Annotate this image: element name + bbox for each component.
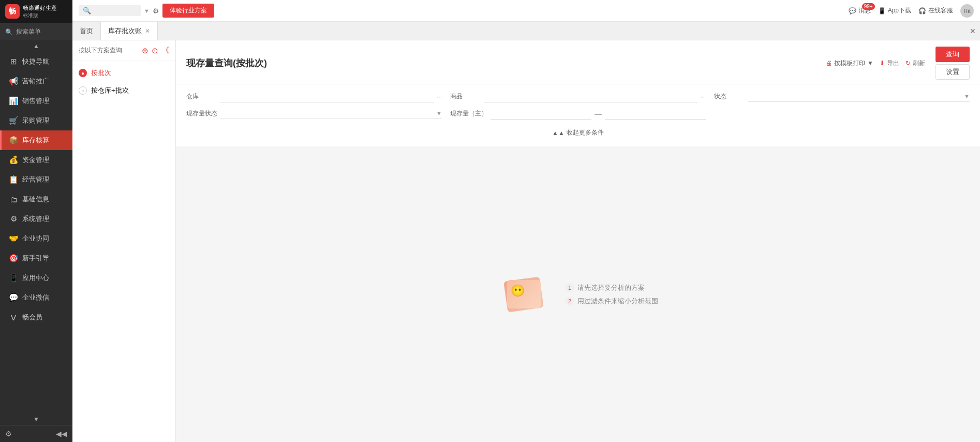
stock-qty-separator: — — [595, 110, 602, 118]
app-name: 畅康通好生意 — [23, 4, 57, 11]
refresh-label: 刷新 — [913, 59, 925, 68]
topbar-search-area[interactable]: 🔍 — [79, 5, 141, 16]
sidebar-item-member[interactable]: V 畅会员 — [0, 307, 72, 327]
sidebar-item-label: 基础信息 — [22, 195, 49, 204]
tab-home[interactable]: 首页 — [72, 22, 101, 40]
stock-qty-label: 现存量（主） — [450, 109, 487, 118]
stock-qty-max[interactable] — [605, 108, 706, 120]
collapse-filters-btn[interactable]: ▲▲ 收起更多条件 — [186, 125, 970, 140]
topbar-search-input[interactable] — [93, 7, 135, 14]
sidebar-item-system[interactable]: ⚙ 系统管理 — [0, 209, 72, 229]
print-btn[interactable]: 🖨 按模板打印 ▼ — [826, 59, 873, 68]
stock-status-dropdown-icon: ▼ — [436, 110, 442, 116]
sidebar-item-label: 快捷导航 — [22, 57, 49, 66]
settings-button[interactable]: 设置 — [936, 64, 970, 80]
system-icon: ⚙ — [9, 214, 18, 224]
operation-icon: 📋 — [9, 175, 18, 184]
sidebar-search[interactable]: 🔍 搜索菜单 — [0, 23, 72, 40]
trial-btn[interactable]: 体验行业方案 — [162, 4, 214, 18]
user-name: Rit — [963, 8, 970, 14]
filter-product: 商品 ··· — [450, 91, 706, 102]
plan-item-batch[interactable]: ● 按批次 — [72, 64, 175, 82]
tip-text-1: 请先选择要分析的方案 — [577, 283, 645, 292]
online-service-label: 在线客服 — [928, 6, 953, 15]
sidebar-item-label: 经营管理 — [22, 175, 49, 184]
sidebar-nav: ⊞ 快捷导航 📢 营销推广 📊 销售管理 🛒 采购管理 📦 库存核算 💰 资金管… — [0, 52, 72, 414]
product-input[interactable] — [484, 91, 697, 102]
newuser-icon: 🎯 — [9, 254, 18, 263]
tab-batch-close-icon[interactable]: ✕ — [145, 27, 150, 35]
stock-qty-min[interactable] — [491, 108, 591, 120]
topbar: 🔍 ▼ ⚙ 体验行业方案 💬 消息 99+ 📱 App下载 🎧 在线客服 — [72, 0, 980, 22]
export-btn[interactable]: ⬇ 导出 — [880, 59, 899, 68]
left-panel-list: ● 按批次 ○ 按仓库+批次 — [72, 61, 175, 442]
sidebar-item-operation[interactable]: 📋 经营管理 — [0, 170, 72, 189]
basic-icon: 🗂 — [9, 195, 18, 204]
right-content: 现存量查询(按批次) 🖨 按模板打印 ▼ ⬇ 导出 ↻ — [176, 40, 980, 442]
message-icon: 💬 — [849, 7, 856, 14]
print-dropdown-icon[interactable]: ▼ — [867, 60, 873, 67]
member-icon: V — [9, 313, 18, 322]
refresh-icon: ↻ — [905, 60, 911, 67]
warehouse-input[interactable] — [220, 91, 434, 102]
avatar: Rit — [960, 4, 974, 18]
sidebar-item-inventory[interactable]: 📦 库存核算 — [0, 130, 72, 150]
sidebar-item-newuser[interactable]: 🎯 新手引导 — [0, 248, 72, 268]
sidebar-item-label: 采购管理 — [22, 116, 49, 125]
empty-tip-2: 2 用过滤条件来缩小分析范围 — [565, 297, 658, 306]
settings-plan-icon[interactable]: ⊙ — [152, 46, 158, 55]
online-service-group[interactable]: 🎧 在线客服 — [918, 6, 953, 15]
stock-status-select[interactable]: ▼ — [220, 108, 442, 119]
sidebar-item-shortcut[interactable]: ⊞ 快捷导航 — [0, 52, 72, 71]
empty-face: 😶 — [511, 284, 525, 298]
status-dropdown-icon: ▼ — [964, 93, 970, 99]
topbar-gear-icon[interactable]: ⚙ — [153, 7, 159, 15]
sales-icon: 📊 — [9, 96, 18, 106]
refresh-btn[interactable]: ↻ 刷新 — [905, 59, 925, 68]
tab-batch[interactable]: 库存批次账 ✕ — [101, 22, 158, 40]
plan-item-warehouse-batch[interactable]: ○ 按仓库+批次 — [72, 82, 175, 99]
sidebar-search-label: 搜索菜单 — [16, 27, 41, 36]
sidebar-item-label: 系统管理 — [22, 214, 49, 224]
sidebar-item-wechat[interactable]: 💬 企业微信 — [0, 288, 72, 307]
collapse-plan-icon[interactable]: 《 — [161, 46, 169, 55]
enterprise-icon: 🤝 — [9, 234, 18, 243]
user-group[interactable]: Rit — [960, 4, 974, 18]
empty-illustration: 😶 — [498, 269, 550, 320]
sidebar-scroll-up[interactable]: ▲ — [0, 40, 72, 52]
app-name-block: 畅康通好生意 标准版 — [23, 4, 57, 18]
warehouse-more-icon[interactable]: ··· — [437, 93, 442, 100]
sidebar-item-sales[interactable]: 📊 销售管理 — [0, 91, 72, 111]
product-label: 商品 — [450, 92, 481, 101]
sidebar-item-enterprise[interactable]: 🤝 企业协同 — [0, 229, 72, 248]
add-plan-icon[interactable]: ⊕ — [142, 46, 149, 55]
tab-close-all-icon[interactable]: ✕ — [970, 27, 976, 35]
page-title: 现存量查询(按批次) — [186, 57, 267, 69]
settings-icon[interactable]: ⚙ — [5, 430, 12, 438]
sidebar-item-label: 新手引导 — [22, 254, 49, 263]
page-header: 现存量查询(按批次) 🖨 按模板打印 ▼ ⬇ 导出 ↻ — [176, 40, 980, 84]
sidebar-item-basic[interactable]: 🗂 基础信息 — [0, 189, 72, 209]
sidebar-item-purchase[interactable]: 🛒 采购管理 — [0, 111, 72, 130]
headset-icon: 🎧 — [918, 7, 926, 14]
purchase-icon: 🛒 — [9, 116, 18, 125]
plan-item-label: 按仓库+批次 — [91, 86, 129, 95]
app-download-group[interactable]: 📱 App下载 — [878, 6, 911, 15]
status-select[interactable]: ▼ — [748, 91, 970, 102]
sidebar-item-marketing[interactable]: 📢 营销推广 — [0, 71, 72, 91]
sidebar-item-apps[interactable]: 📱 应用中心 — [0, 268, 72, 288]
sidebar-item-finance[interactable]: 💰 资金管理 — [0, 150, 72, 170]
empty-tip-1: 1 请先选择要分析的方案 — [565, 283, 658, 292]
collapse-sidebar-icon[interactable]: ◀◀ — [56, 430, 67, 438]
messages-group[interactable]: 💬 消息 99+ — [849, 6, 871, 15]
sidebar-item-label: 销售管理 — [22, 96, 49, 106]
product-more-icon[interactable]: ··· — [701, 93, 706, 100]
empty-tips: 1 请先选择要分析的方案 2 用过滤条件来缩小分析范围 — [565, 283, 658, 306]
sidebar-scroll-down[interactable]: ▼ — [0, 414, 72, 425]
app-edition: 标准版 — [23, 12, 57, 19]
query-button[interactable]: 查询 — [936, 47, 970, 62]
collapse-up-icon: ▲▲ — [552, 129, 565, 137]
topbar-dropdown-icon[interactable]: ▼ — [144, 8, 150, 14]
stock-status-label: 现存量状态 — [186, 109, 217, 118]
shortcut-icon: ⊞ — [9, 57, 18, 66]
